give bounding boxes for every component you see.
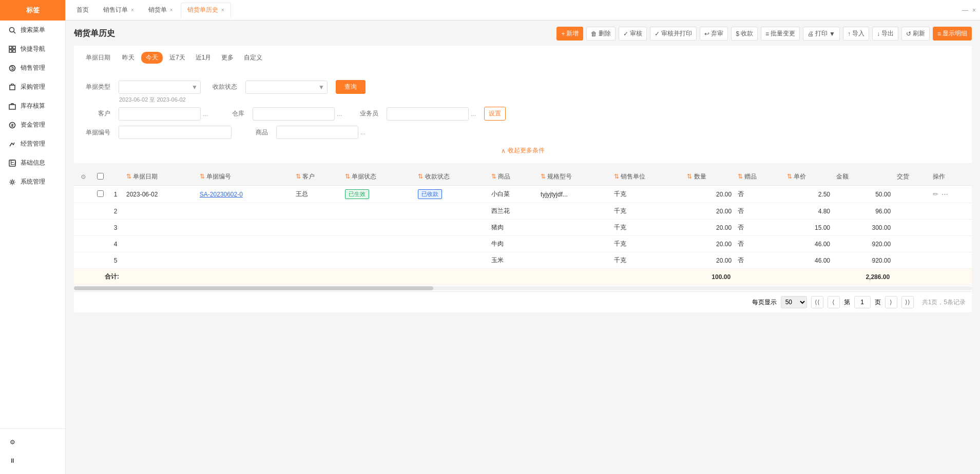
date-btn-more[interactable]: 更多 — [218, 52, 237, 64]
horizontal-scrollbar[interactable] — [74, 286, 972, 290]
col-trade: 交货 — [894, 168, 930, 186]
product-input[interactable] — [276, 126, 358, 139]
doc-no-link[interactable]: SA-20230602-0 — [200, 191, 243, 198]
payment-status-select[interactable] — [245, 81, 328, 94]
svg-rect-9 — [9, 105, 15, 109]
select-all-checkbox[interactable] — [97, 173, 104, 180]
btn-print[interactable]: 🖨 打印 ▼ — [803, 27, 840, 41]
tab-home[interactable]: 首页 — [70, 3, 95, 18]
page-first-btn[interactable]: ⟨⟨ — [811, 296, 823, 308]
sort-icon-gift: ⇅ — [738, 173, 743, 180]
date-btn-yesterday[interactable]: 昨天 — [119, 52, 138, 64]
col-price[interactable]: ⇅ 单价 — [784, 168, 833, 186]
col-customer[interactable]: ⇅ 客户 — [293, 168, 342, 186]
btn-delete[interactable]: 🗑 删除 — [586, 27, 616, 41]
cell-settings — [74, 186, 92, 203]
more-icon[interactable]: ⋯ — [941, 190, 948, 198]
btn-batch-change[interactable]: ≡ 批量变更 — [761, 27, 800, 41]
col-product[interactable]: ⇅ 商品 — [488, 168, 537, 186]
page-next-btn[interactable]: ⟩ — [885, 296, 897, 308]
date-btn-custom[interactable]: 自定义 — [240, 52, 266, 64]
col-settings[interactable]: ⚙ — [74, 168, 92, 186]
col-spec[interactable]: ⇅ 规格型号 — [537, 168, 611, 186]
sidebar-item-quick-nav[interactable]: 快捷导航 — [0, 40, 65, 58]
customer-input[interactable] — [119, 107, 201, 121]
date-btn-1month[interactable]: 近1月 — [192, 52, 215, 64]
btn-import[interactable]: ↑ 导入 — [843, 27, 869, 41]
cell-trade — [894, 236, 930, 252]
sidebar-bottom-settings[interactable]: ⚙ — [0, 433, 65, 451]
tab-sales-delivery-close[interactable]: × — [170, 7, 173, 13]
warehouse-ellipsis[interactable]: ... — [337, 110, 342, 117]
tab-sales-history-close[interactable]: × — [221, 7, 224, 13]
col-checkbox — [92, 168, 108, 186]
sidebar-item-system[interactable]: 系统管理 — [0, 172, 65, 191]
action-icons: ✏ ⋯ — [933, 190, 969, 198]
sidebar-item-purchase-mgmt[interactable]: 采购管理 — [0, 77, 65, 96]
collapse-btn[interactable]: ∧ 收起更多条件 — [499, 144, 547, 157]
sidebar-label-basic: 基础信息 — [21, 159, 45, 167]
btn-receive[interactable]: $ 收款 — [731, 27, 758, 41]
window-minimize[interactable]: — — [962, 7, 968, 14]
product-ellipsis[interactable]: ... — [360, 129, 366, 136]
doc-no-label: 单据编号 — [82, 128, 110, 137]
sidebar-item-basic[interactable]: EA 基础信息 — [0, 153, 65, 172]
svg-text:$: $ — [11, 65, 14, 71]
btn-audit[interactable]: ✓ 审核 — [619, 27, 647, 41]
tab-sales-history[interactable]: 销货单历史 × — [181, 3, 231, 18]
cell-num: 1 — [108, 186, 123, 203]
sidebar-item-ops[interactable]: 经营管理 — [0, 134, 65, 153]
date-btn-today[interactable]: 今天 — [141, 52, 163, 64]
doc-no-input[interactable] — [119, 126, 232, 139]
col-gift[interactable]: ⇅ 赠品 — [735, 168, 784, 186]
tab-sales-order-close[interactable]: × — [131, 7, 134, 13]
sidebar-item-inventory[interactable]: 库存核算 — [0, 96, 65, 115]
row-checkbox[interactable] — [97, 190, 104, 197]
salesperson-ellipsis[interactable]: ... — [471, 110, 476, 117]
page-size-select[interactable]: 50 100 200 — [781, 296, 807, 308]
sidebar-item-sales-mgmt[interactable]: $ 销售管理 — [0, 58, 65, 77]
btn-export[interactable]: ↓ 导出 — [872, 27, 898, 41]
col-unit[interactable]: ⇅ 销售单位 — [611, 168, 684, 186]
totals-spacer — [123, 269, 684, 285]
sidebar: 标签 搜索菜单 快捷导航 $ 销售管理 采购管理 库存核算 资金管理 — [0, 0, 66, 474]
warehouse-input-wrap: ... — [253, 107, 342, 121]
pagination-bar: 每页显示 50 100 200 ⟨⟨ ⟨ 第 页 ⟩ ⟩⟩ 共1页，5条记录 — [74, 291, 972, 312]
col-payment-status[interactable]: ⇅ 收款状态 — [415, 168, 488, 186]
tab-sales-delivery[interactable]: 销货单 × — [142, 3, 180, 18]
window-close[interactable]: × — [972, 7, 976, 14]
col-qty[interactable]: ⇅ 数量 — [684, 168, 735, 186]
svg-line-1 — [14, 31, 16, 33]
page-title: 销货单历史 — [74, 28, 115, 39]
col-date[interactable]: ⇅ 单据日期 — [123, 168, 197, 186]
col-doc-status[interactable]: ⇅ 单据状态 — [342, 168, 415, 186]
sidebar-item-finance[interactable]: 资金管理 — [0, 115, 65, 134]
doc-type-select[interactable] — [119, 81, 201, 94]
col-doc-no[interactable]: ⇅ 单据编号 — [197, 168, 293, 186]
page-last-btn[interactable]: ⟩⟩ — [901, 296, 914, 308]
scrollbar-thumb[interactable] — [74, 286, 433, 290]
sort-icon-qty: ⇅ — [687, 173, 692, 180]
tab-sales-order[interactable]: 销售订单 × — [97, 3, 141, 18]
btn-add[interactable]: + 新增 — [556, 27, 583, 41]
collapse-icon: ⏸ — [8, 457, 16, 465]
btn-audit-print[interactable]: ✓ 审核并打印 — [650, 27, 697, 41]
sidebar-bottom-toggle[interactable]: ⏸ — [0, 451, 65, 470]
edit-icon[interactable]: ✏ — [933, 190, 938, 198]
customer-ellipsis[interactable]: ... — [203, 110, 208, 117]
salesperson-input[interactable] — [387, 107, 469, 121]
table-scroll[interactable]: ⚙ ⇅ 单据日期 ⇅ 单据编号 — [74, 168, 972, 285]
sidebar-item-search-menu[interactable]: 搜索菜单 — [0, 21, 65, 40]
page-prev-btn[interactable]: ⟨ — [828, 296, 840, 308]
cell-customer: 王总 — [293, 186, 342, 203]
btn-show-detail[interactable]: ≡ 显示明细 — [933, 27, 972, 41]
cell-qty: 20.00 — [684, 203, 735, 220]
btn-abandon[interactable]: ↩ 弃审 — [700, 27, 728, 41]
warehouse-input[interactable] — [253, 107, 335, 121]
data-table: ⚙ ⇅ 单据日期 ⇅ 单据编号 — [74, 168, 972, 285]
page-number-input[interactable] — [854, 296, 871, 308]
date-btn-7days[interactable]: 近7天 — [166, 52, 189, 64]
btn-settings[interactable]: 设置 — [484, 107, 506, 121]
btn-refresh[interactable]: ↺ 刷新 — [901, 27, 930, 41]
btn-query[interactable]: 查询 — [336, 80, 366, 94]
